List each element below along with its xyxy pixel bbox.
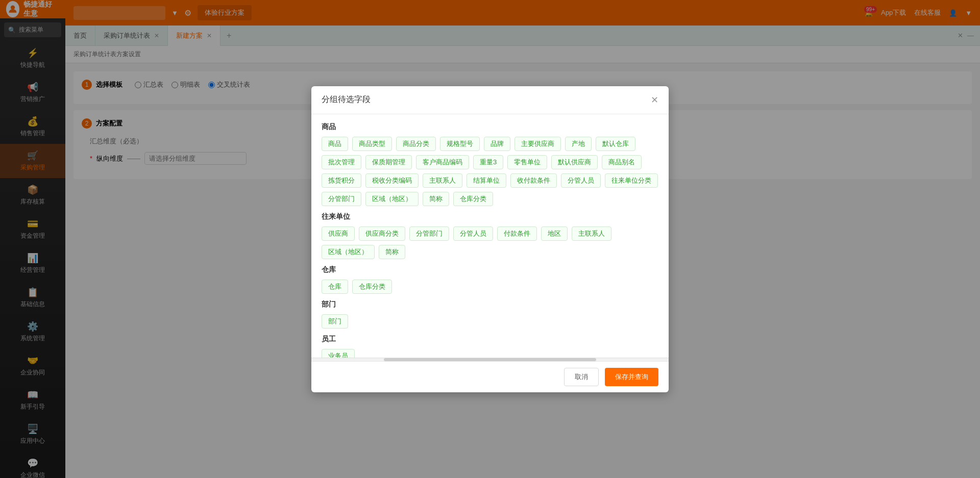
field-goods-alias[interactable]: 商品别名 (602, 155, 642, 169)
field-payment-cond[interactable]: 付款条件 (497, 227, 537, 241)
field-payment-terms[interactable]: 收付款条件 (510, 173, 557, 188)
field-supervisor-dept[interactable]: 分管部门 (322, 192, 361, 206)
field-supervisor[interactable]: 分管人员 (561, 173, 601, 188)
field-short-name2[interactable]: 简称 (379, 245, 405, 259)
field-region2[interactable]: 区域（地区） (322, 245, 375, 259)
modal-horizontal-scrollbar[interactable] (311, 358, 669, 361)
field-supplier-category[interactable]: 供应商分类 (359, 227, 405, 241)
field-brand[interactable]: 品牌 (484, 137, 510, 151)
field-goods[interactable]: 商品 (322, 137, 348, 151)
modal-title: 分组待选字段 (322, 94, 371, 105)
field-default-supplier[interactable]: 默认供应商 (551, 155, 598, 169)
field-tax-code[interactable]: 税收分类编码 (365, 173, 419, 188)
field-spec-model[interactable]: 规格型号 (440, 137, 480, 151)
field-pick-score[interactable]: 拣货积分 (322, 173, 361, 188)
field-weight[interactable]: 重量3 (473, 155, 503, 169)
dept-fields-grid: 部门 (322, 314, 658, 329)
field-person-in-charge[interactable]: 分管人员 (453, 227, 493, 241)
field-main-supplier[interactable]: 主要供应商 (514, 137, 561, 151)
warehouse-fields-grid: 仓库 仓库分类 (322, 280, 658, 294)
field-origin[interactable]: 产地 (565, 137, 592, 151)
confirm-button[interactable]: 保存并查询 (605, 368, 658, 386)
field-main-contact2[interactable]: 主联系人 (572, 227, 611, 241)
employee-fields-grid: 业务员 (322, 349, 658, 358)
partner-fields-grid: 供应商 供应商分类 分管部门 分管人员 付款条件 地区 主联系人 区域（地区） … (322, 227, 658, 259)
field-goods-category[interactable]: 商品分类 (396, 137, 436, 151)
field-batch-manage[interactable]: 批次管理 (322, 155, 361, 169)
field-area[interactable]: 地区 (541, 227, 568, 241)
field-selection-modal: 分组待选字段 ✕ 商品 商品 商品类型 商品分类 规格型号 品牌 主要供应商 产… (311, 86, 669, 392)
field-short-name[interactable]: 简称 (423, 192, 449, 206)
field-region[interactable]: 区域（地区） (365, 192, 419, 206)
section-title-warehouse: 仓库 (322, 265, 658, 274)
modal-close-button[interactable]: ✕ (651, 94, 658, 106)
field-default-warehouse[interactable]: 默认仓库 (596, 137, 635, 151)
cancel-button[interactable]: 取消 (564, 368, 599, 386)
field-warehouse[interactable]: 仓库 (322, 280, 348, 294)
modal-overlay: 分组待选字段 ✕ 商品 商品 商品类型 商品分类 规格型号 品牌 主要供应商 产… (0, 0, 980, 478)
goods-fields-grid: 商品 商品类型 商品分类 规格型号 品牌 主要供应商 产地 默认仓库 批次管理 … (322, 137, 658, 206)
field-warehouse-category[interactable]: 仓库分类 (453, 192, 493, 206)
modal-body[interactable]: 商品 商品 商品类型 商品分类 规格型号 品牌 主要供应商 产地 默认仓库 批次… (311, 114, 669, 358)
section-title-dept: 部门 (322, 300, 658, 309)
field-retail-unit[interactable]: 零售单位 (507, 155, 547, 169)
section-title-employee: 员工 (322, 335, 658, 344)
field-settlement-unit[interactable]: 结算单位 (467, 173, 506, 188)
field-goods-type[interactable]: 商品类型 (352, 137, 392, 151)
field-department[interactable]: 部门 (322, 314, 348, 329)
field-dept[interactable]: 分管部门 (409, 227, 449, 241)
field-supplier[interactable]: 供应商 (322, 227, 355, 241)
field-partner-category[interactable]: 往来单位分类 (605, 173, 658, 188)
section-title-goods: 商品 (322, 122, 658, 132)
field-warehouse-cat[interactable]: 仓库分类 (352, 280, 392, 294)
field-salesperson[interactable]: 业务员 (322, 349, 355, 358)
field-main-contact[interactable]: 主联系人 (423, 173, 462, 188)
section-title-partner: 往来单位 (322, 212, 658, 221)
modal-header: 分组待选字段 ✕ (311, 86, 669, 114)
field-shelf-life[interactable]: 保质期管理 (365, 155, 412, 169)
modal-footer: 取消 保存并查询 (311, 361, 669, 392)
field-customer-code[interactable]: 客户商品编码 (416, 155, 469, 169)
